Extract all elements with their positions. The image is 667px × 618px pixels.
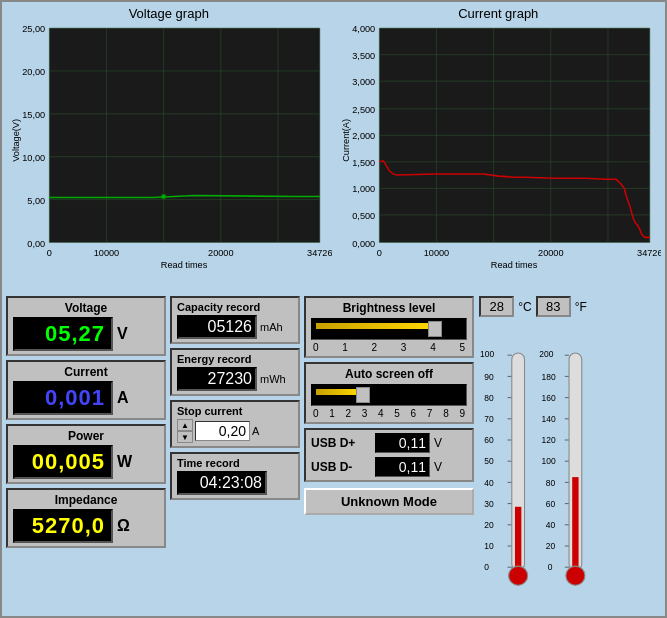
- middle-panel: Capacity record mAh Energy record mWh St…: [170, 296, 300, 612]
- voltage-row: 05,27 V: [13, 317, 159, 351]
- stop-current-down-button[interactable]: ▼: [177, 431, 193, 443]
- svg-text:30: 30: [484, 499, 494, 509]
- current-display: 0,001: [13, 381, 113, 415]
- svg-text:1,500: 1,500: [352, 158, 375, 168]
- current-label: Current: [13, 365, 159, 379]
- stop-current-group: Stop current ▲ ▼ A: [170, 400, 300, 448]
- celsius-input-group: [479, 296, 514, 317]
- time-record-input[interactable]: [177, 471, 267, 495]
- voltage-chart-container: Voltage graph: [6, 6, 332, 292]
- svg-text:10000: 10000: [423, 248, 449, 258]
- svg-text:10,00: 10,00: [22, 153, 45, 163]
- svg-text:Read times: Read times: [161, 260, 208, 268]
- usb-dplus-input[interactable]: [375, 433, 430, 453]
- svg-text:5,00: 5,00: [27, 196, 45, 206]
- impedance-value: 5270,0: [32, 513, 105, 538]
- svg-text:60: 60: [546, 499, 556, 509]
- svg-point-81: [509, 566, 528, 585]
- capacity-record-group: Capacity record mAh: [170, 296, 300, 344]
- svg-text:15,00: 15,00: [22, 110, 45, 120]
- current-value: 0,001: [45, 385, 105, 410]
- svg-text:0,500: 0,500: [352, 211, 375, 221]
- capacity-record-input[interactable]: [177, 315, 257, 339]
- time-record-label: Time record: [177, 457, 293, 469]
- current-unit: A: [117, 389, 129, 407]
- svg-point-106: [566, 566, 585, 585]
- power-display: 00,005: [13, 445, 113, 479]
- left-panel: Voltage 05,27 V Current 0,001 A: [6, 296, 166, 612]
- capacity-record-unit: mAh: [260, 321, 283, 333]
- autooff-slider-track: [316, 389, 359, 395]
- brightness-slider-thumb[interactable]: [428, 321, 442, 337]
- usb-dplus-label: USB D+: [311, 436, 371, 450]
- autooff-label-8: 8: [443, 408, 449, 419]
- voltage-chart-outer: 25,00 20,00 15,00 10,00 5,00 0,00 0 1000…: [6, 23, 332, 268]
- energy-record-unit: mWh: [260, 373, 286, 385]
- autooff-label-4: 4: [378, 408, 384, 419]
- brightness-label-4: 4: [430, 342, 436, 353]
- impedance-meter-group: Impedance 5270,0 Ω: [6, 488, 166, 548]
- brightness-group: Brightness level 0 1 2 3 4 5: [304, 296, 474, 358]
- current-meter-group: Current 0,001 A: [6, 360, 166, 420]
- fahrenheit-input-group: [536, 296, 571, 317]
- center-panel: Brightness level 0 1 2 3 4 5 Auto screen…: [304, 296, 474, 612]
- svg-text:3,500: 3,500: [352, 51, 375, 61]
- right-panel: °C °F 100 90 80 70 60 50 40 30: [478, 296, 588, 612]
- stop-current-unit: A: [252, 425, 259, 437]
- voltage-chart-svg: 25,00 20,00 15,00 10,00 5,00 0,00 0 1000…: [6, 23, 332, 268]
- svg-text:1,000: 1,000: [352, 184, 375, 194]
- svg-text:20000: 20000: [208, 248, 234, 258]
- usb-dplus-unit: V: [434, 436, 442, 450]
- autooff-label-2: 2: [346, 408, 352, 419]
- usb-dminus-input[interactable]: [375, 457, 430, 477]
- svg-text:Current(A): Current(A): [340, 119, 350, 162]
- brightness-title: Brightness level: [311, 301, 467, 315]
- svg-text:10000: 10000: [94, 248, 120, 258]
- svg-text:140: 140: [541, 414, 555, 424]
- autooff-label-5: 5: [394, 408, 400, 419]
- svg-text:40: 40: [546, 520, 556, 530]
- energy-record-group: Energy record mWh: [170, 348, 300, 396]
- svg-text:0: 0: [376, 248, 381, 258]
- stop-current-row: ▲ ▼ A: [177, 419, 293, 443]
- time-record-group: Time record: [170, 452, 300, 500]
- stop-current-up-button[interactable]: ▲: [177, 419, 193, 431]
- charts-area: Voltage graph: [2, 2, 665, 292]
- temp-controls: °C °F: [478, 296, 588, 317]
- autooff-label-1: 1: [329, 408, 335, 419]
- svg-text:Read times: Read times: [490, 260, 537, 268]
- svg-text:70: 70: [484, 414, 494, 424]
- svg-text:180: 180: [541, 372, 555, 382]
- impedance-label: Impedance: [13, 493, 159, 507]
- brightness-label-5: 5: [459, 342, 465, 353]
- autooff-slider-thumb[interactable]: [356, 387, 370, 403]
- celsius-input[interactable]: [479, 296, 514, 317]
- stop-current-input[interactable]: [195, 421, 250, 441]
- brightness-label-2: 2: [372, 342, 378, 353]
- thermometer-area: 100 90 80 70 60 50 40 30 20 10 0: [478, 321, 588, 612]
- thermometer-svg: 100 90 80 70 60 50 40 30 20 10 0: [480, 323, 586, 610]
- autooff-slider-container[interactable]: [311, 384, 467, 406]
- svg-text:80: 80: [546, 478, 556, 488]
- svg-text:120: 120: [541, 435, 555, 445]
- voltage-display: 05,27: [13, 317, 113, 351]
- celsius-unit-label: °C: [518, 300, 531, 314]
- fahrenheit-input[interactable]: [536, 296, 571, 317]
- voltage-chart-title: Voltage graph: [129, 6, 209, 21]
- stop-current-spinners: ▲ ▼: [177, 419, 193, 443]
- energy-record-input[interactable]: [177, 367, 257, 391]
- current-row: 0,001 A: [13, 381, 159, 415]
- svg-text:34726: 34726: [307, 248, 331, 258]
- voltage-unit: V: [117, 325, 128, 343]
- controls-area: Voltage 05,27 V Current 0,001 A: [2, 292, 665, 616]
- brightness-slider-container[interactable]: [311, 318, 467, 340]
- impedance-unit: Ω: [117, 517, 130, 535]
- unknown-mode-button[interactable]: Unknown Mode: [304, 488, 474, 515]
- capacity-record-label: Capacity record: [177, 301, 293, 313]
- usb-dminus-row: USB D- V: [311, 457, 467, 477]
- svg-text:20: 20: [484, 520, 494, 530]
- svg-text:4,000: 4,000: [352, 24, 375, 34]
- svg-text:100: 100: [480, 349, 494, 359]
- svg-text:3,000: 3,000: [352, 77, 375, 87]
- voltage-label: Voltage: [13, 301, 159, 315]
